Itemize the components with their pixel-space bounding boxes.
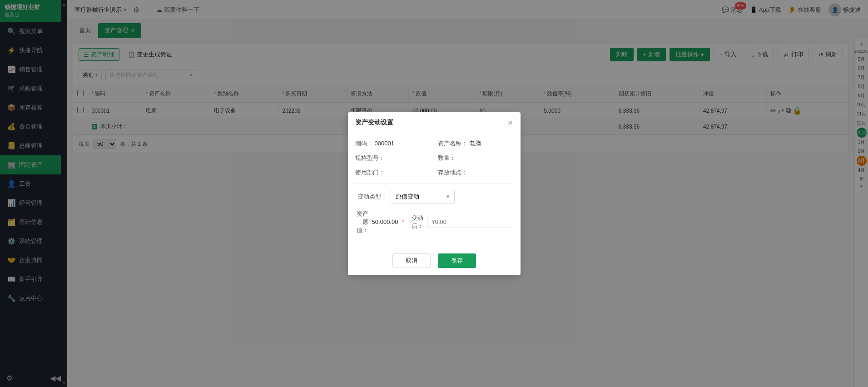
modal-name-value: 电脑: [469, 139, 481, 148]
cancel-button[interactable]: 取消: [392, 253, 431, 268]
modal-title: 资产变动设置: [355, 119, 393, 127]
modal-quantity-label: 数量：: [438, 154, 456, 162]
save-label: 保存: [451, 257, 463, 264]
modal-spec-label: 规格型号：: [355, 154, 385, 162]
modal-change-type-select[interactable]: 原值变动 ▾: [391, 190, 455, 203]
modal-dept-label: 使用部门：: [355, 169, 385, 177]
modal-header: 资产变动设置 ✕: [348, 112, 521, 132]
modal-divider: [355, 183, 513, 184]
asset-change-modal: 资产变动设置 ✕ 编码： 000001 资产名称： 电脑 规格型号：: [348, 112, 521, 275]
modal-name-label: 资产名称：: [438, 139, 467, 148]
change-type-value: 原值变动: [396, 193, 419, 201]
modal-close-button[interactable]: ✕: [507, 119, 513, 127]
modal-dept-field: 使用部门：: [355, 169, 431, 177]
modal-code-label: 编码：: [355, 139, 373, 148]
modal-quantity-field: 数量：: [438, 154, 513, 162]
modal-code-value: 000001: [375, 140, 394, 147]
modal-location-label: 存放地点：: [438, 169, 467, 177]
modal-info-row2: 规格型号： 数量：: [355, 154, 513, 162]
modal-after-change-label: 变动后：: [412, 214, 423, 230]
modal-spec-field: 规格型号：: [355, 154, 431, 162]
modal-after-change-input[interactable]: [427, 216, 513, 228]
required-star: *: [402, 218, 404, 225]
modal-code-field: 编码： 000001: [355, 139, 431, 148]
modal-change-type-row: 变动类型： 原值变动 ▾: [355, 190, 513, 203]
modal-value-row: 资产原值： 50,000.00 * 变动后：: [355, 210, 513, 234]
save-button[interactable]: 保存: [438, 253, 476, 268]
modal-info-row3: 使用部门： 存放地点：: [355, 169, 513, 177]
modal-body: 编码： 000001 资产名称： 电脑 规格型号： 数量：: [348, 132, 521, 248]
modal-info-row1: 编码： 000001 资产名称： 电脑: [355, 139, 513, 148]
cancel-label: 取消: [406, 257, 417, 264]
modal-footer: 取消 保存: [348, 248, 521, 275]
modal-change-type-label: 变动类型：: [355, 193, 387, 201]
modal-original-value-label: 资产原值：: [355, 210, 368, 234]
modal-overlay: 资产变动设置 ✕ 编码： 000001 资产名称： 电脑 规格型号：: [0, 0, 868, 387]
modal-original-value-display: 50,000.00: [372, 218, 398, 225]
modal-name-field: 资产名称： 电脑: [438, 139, 513, 148]
modal-location-field: 存放地点：: [438, 169, 513, 177]
change-type-arrow-icon: ▾: [446, 193, 450, 200]
